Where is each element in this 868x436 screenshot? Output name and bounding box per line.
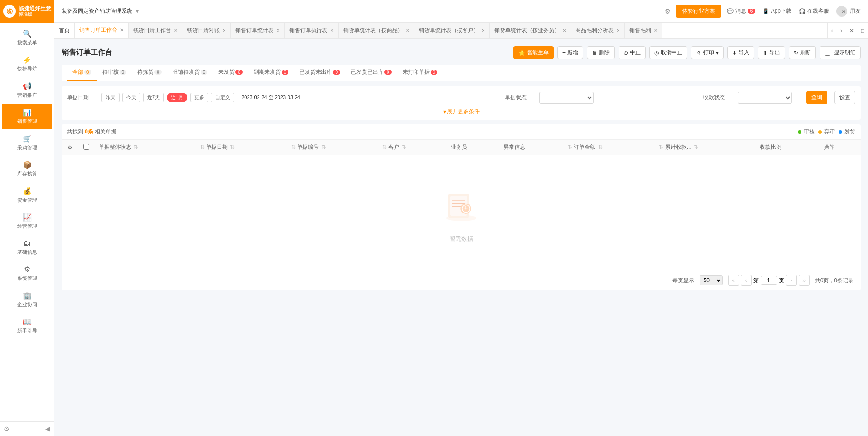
- tab-scroll-left-btn[interactable]: ‹: [828, 23, 837, 38]
- sidebar-item-inventory[interactable]: 📦库存核算: [2, 156, 52, 182]
- select-all-checkbox[interactable]: [83, 144, 89, 150]
- page-size-select[interactable]: 102050100: [700, 275, 723, 285]
- export-btn[interactable]: ⬆ 导出: [758, 46, 785, 59]
- date-more-btn[interactable]: 更多: [190, 93, 208, 102]
- online-service-btn[interactable]: 🎧 在线客服: [799, 7, 829, 15]
- tab-close-all-btn[interactable]: ✕: [846, 23, 858, 38]
- sort-date-icon[interactable]: ⇅: [230, 144, 235, 150]
- tab-maximize-btn[interactable]: □: [858, 23, 868, 38]
- subtab-pending-review[interactable]: 待审核0: [97, 65, 132, 81]
- tab-sales-summary-product[interactable]: 销货单统计表（按商品）✕: [339, 23, 414, 38]
- date-yesterday-btn[interactable]: 昨天: [101, 93, 120, 102]
- sidebar-item-basic-info[interactable]: 🗂基础信息: [2, 235, 52, 260]
- subtab-expired-not-shipped[interactable]: 到期未发货0: [248, 65, 294, 81]
- next-page-btn[interactable]: ›: [786, 275, 797, 286]
- tab-sales-execute[interactable]: 销售订单执行表✕: [285, 23, 339, 38]
- tab-close-icon[interactable]: ✕: [481, 28, 485, 33]
- smart-create-btn[interactable]: ⭐ 智能生单: [513, 46, 554, 59]
- review-action-btn[interactable]: 审核: [798, 128, 815, 136]
- show-detail-label[interactable]: 显示明细: [820, 46, 861, 59]
- settings-icon[interactable]: ⚙: [67, 144, 72, 151]
- table-header-row: ⚙ 单据整体状态 ⇅ ⇅ 单据日期 ⇅: [62, 140, 861, 155]
- date-1month-btn[interactable]: 近1月: [167, 93, 187, 102]
- first-page-btn[interactable]: «: [728, 275, 739, 286]
- user-menu[interactable]: Ea 用友: [836, 6, 861, 17]
- tab-close-icon[interactable]: ✕: [276, 28, 280, 33]
- show-detail-checkbox[interactable]: [825, 50, 830, 56]
- sort-collected-icon[interactable]: ⇅: [694, 144, 698, 150]
- tab-cash-reconcile[interactable]: 钱货日清对账✕: [182, 23, 231, 38]
- tab-close-icon[interactable]: ✕: [222, 28, 226, 33]
- sidebar-settings-btn[interactable]: ⚙: [4, 425, 10, 432]
- tab-sales-order-workbench[interactable]: 销售订单工作台✕: [75, 23, 129, 38]
- app-download-btn[interactable]: 📱 App下载: [762, 7, 791, 15]
- tab-close-icon[interactable]: ✕: [406, 28, 409, 33]
- tab-cash-daily[interactable]: 钱货日清工作台✕: [129, 23, 182, 38]
- sidebar-item-operations[interactable]: 📈经营管理: [2, 209, 52, 234]
- sort-date-icon-left: ⇅: [200, 144, 205, 150]
- print-btn[interactable]: 🖨 打印 ▾: [691, 46, 724, 59]
- page-number-input[interactable]: [761, 276, 777, 285]
- date-today-btn[interactable]: 今天: [122, 93, 140, 102]
- subtab-not-shipped[interactable]: 未发货0: [213, 65, 248, 81]
- sidebar-item-system[interactable]: ⚙系统管理: [2, 261, 52, 286]
- sidebar-item-quick-nav[interactable]: ⚡快捷导航: [2, 51, 52, 77]
- tab-close-icon[interactable]: ✕: [616, 28, 620, 33]
- sidebar-item-marketing[interactable]: 📢营销推广: [2, 77, 52, 103]
- sidebar-logo: ⑥ 畅捷通好生意 标准版: [0, 0, 54, 23]
- sidebar-item-sales[interactable]: 📊销售管理: [2, 104, 52, 129]
- message-btn[interactable]: 💬 消息 6: [727, 7, 755, 15]
- sidebar-item-finance[interactable]: 💰资金管理: [2, 182, 52, 208]
- cancel-review-action-btn[interactable]: 弃审: [818, 128, 835, 136]
- tab-close-icon[interactable]: ✕: [654, 28, 657, 33]
- ship-action-btn[interactable]: 发货: [839, 128, 855, 136]
- tab-close-icon[interactable]: ✕: [330, 28, 334, 33]
- subtab-pending-pickup[interactable]: 待拣货0: [132, 65, 167, 81]
- tab-sales-summary-staff[interactable]: 销货单统计表（按业务员）✕: [490, 23, 571, 38]
- sort-number-icon[interactable]: ⇅: [321, 144, 326, 150]
- import-btn[interactable]: ⬇ 导入: [727, 46, 754, 59]
- subtab-wangpu-pending[interactable]: 旺铺待发货0: [167, 65, 213, 81]
- system-title: 装备及固定资产辅助管理系统: [62, 7, 132, 15]
- tab-close-icon[interactable]: ✕: [174, 28, 177, 33]
- cancel-stop-btn[interactable]: ◎ 取消中止: [649, 46, 687, 59]
- new-btn[interactable]: + 新增: [557, 46, 583, 59]
- industry-btn[interactable]: 体验行业方案: [676, 5, 721, 18]
- cancel-review-dot: [818, 130, 822, 134]
- refresh-btn[interactable]: ↻ 刷新: [789, 46, 816, 59]
- sort-status-icon[interactable]: ⇅: [134, 144, 138, 150]
- tab-product-margin[interactable]: 商品毛利分析表✕: [571, 23, 625, 38]
- subtab-shipped-out[interactable]: 已发货已出库0: [345, 65, 397, 81]
- tab-sales-more[interactable]: 销售毛利✕: [625, 23, 662, 38]
- payment-select[interactable]: [738, 92, 792, 104]
- date-7days-btn[interactable]: 近7天: [143, 93, 164, 102]
- prev-page-btn[interactable]: ‹: [741, 275, 752, 286]
- tab-close-icon[interactable]: ✕: [562, 28, 566, 33]
- tab-sales-summary-customer[interactable]: 销货单统计表（按客户）✕: [414, 23, 490, 38]
- topbar-settings-btn[interactable]: ⚙: [665, 8, 671, 15]
- last-page-btn[interactable]: »: [799, 275, 810, 286]
- expand-btn[interactable]: ▾ 展开更多条件: [443, 108, 480, 115]
- status-select[interactable]: [539, 92, 594, 104]
- date-custom-btn[interactable]: 自定义: [211, 93, 234, 102]
- tab-sales-stats[interactable]: 销售订单统计表✕: [231, 23, 285, 38]
- filter-settings-btn[interactable]: 设置: [834, 91, 855, 104]
- tab-nav-buttons: ‹ › ✕ □: [827, 23, 868, 38]
- tab-scroll-right-btn[interactable]: ›: [837, 23, 846, 38]
- sidebar-item-enterprise[interactable]: 🏢企业协同: [2, 287, 52, 313]
- subtab-all[interactable]: 全部0: [67, 65, 97, 81]
- sidebar-item-purchase[interactable]: 🛒采购管理: [2, 130, 52, 156]
- delete-btn[interactable]: 🗑 删除: [587, 46, 615, 59]
- date-quick-group: 昨天 今天 近7天 近1月 更多 自定义: [101, 93, 234, 102]
- sidebar-item-guide[interactable]: 📖新手引导: [2, 313, 52, 339]
- tab-close-icon[interactable]: ✕: [120, 28, 124, 33]
- subtab-not-printed[interactable]: 未打印单据0: [397, 65, 443, 81]
- sort-amount-icon[interactable]: ⇅: [598, 144, 603, 150]
- tab-home[interactable]: 首页: [54, 23, 75, 38]
- sidebar-item-search[interactable]: 🔍搜索菜单: [2, 25, 52, 51]
- sort-customer-icon[interactable]: ⇅: [402, 144, 406, 150]
- sidebar-collapse-btn[interactable]: ◀: [45, 425, 50, 432]
- subtab-shipped-not-out[interactable]: 已发货未出库0: [294, 65, 345, 81]
- stop-btn[interactable]: ⊙ 中止: [619, 46, 646, 59]
- query-btn[interactable]: 查询: [806, 91, 827, 104]
